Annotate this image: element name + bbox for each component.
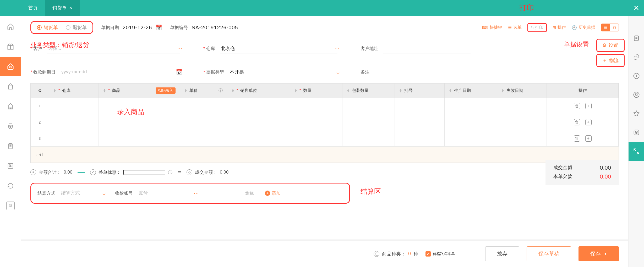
abandon-button[interactable]: 放弃: [485, 246, 519, 261]
nav-refresh-icon[interactable]: [0, 176, 21, 195]
th-exp[interactable]: ▲▼失效日期: [497, 84, 547, 98]
addr-input[interactable]: [383, 43, 471, 53]
tab-home[interactable]: 首页: [21, 0, 45, 16]
settle-amount-input[interactable]: [208, 188, 255, 198]
tool-star-icon[interactable]: [629, 104, 644, 123]
nav-clipboard-icon[interactable]: [0, 137, 21, 155]
invoice-input[interactable]: [229, 67, 340, 77]
tool-note-icon[interactable]: [629, 29, 644, 48]
th-mfg[interactable]: ▲▼生产日期: [445, 84, 497, 98]
add-settle-button[interactable]: +添加: [265, 190, 281, 196]
customer-input[interactable]: [47, 43, 180, 53]
settle-account-input[interactable]: [138, 188, 197, 198]
list-icon: ☰: [508, 25, 512, 30]
tool-currency-icon[interactable]: ¥: [629, 123, 644, 142]
annotation-doc-settings: 单据设置: [564, 40, 589, 49]
help-icon[interactable]: ⓘ: [168, 169, 172, 175]
action-shortcut[interactable]: ⌨快捷键: [482, 25, 502, 30]
nav-building-icon[interactable]: [0, 97, 21, 116]
logistics-button[interactable]: ＋物流: [596, 54, 625, 67]
nav-sales-icon[interactable]: [0, 57, 21, 76]
due-input[interactable]: [60, 67, 179, 77]
tool-link-icon[interactable]: [629, 48, 644, 66]
action-print[interactable]: ⎙打印: [527, 23, 547, 32]
table-row[interactable]: 1 录入商品 🗑+: [31, 98, 619, 114]
action-operate[interactable]: ⊞操作: [553, 25, 566, 30]
th-pack[interactable]: ▲▼包装数量: [342, 84, 395, 98]
help-icon[interactable]: ⓘ: [219, 88, 223, 93]
sort-icon: ▲▼: [53, 89, 56, 92]
th-gear[interactable]: ⚙: [31, 84, 49, 98]
items-table: ⚙ ▲▼*仓库 ▲▼*商品扫码录入 ▲▼单价ⓘ ▲▼*销售单位 ▲▼*数量 ▲▼…: [30, 83, 619, 163]
draft-button[interactable]: 保存草稿: [527, 246, 571, 261]
box-deal-value: 0.00: [600, 164, 611, 171]
view-detail-icon[interactable]: ☶: [610, 24, 619, 31]
footer-bar: ◯ 商品种类： 0 种 ✓价格跟踪本单 放弃 保存草稿 保存▼: [21, 240, 628, 267]
delete-icon[interactable]: 🗑: [574, 103, 580, 109]
save-button[interactable]: 保存▼: [578, 246, 619, 261]
more-icon[interactable]: ⋯: [177, 45, 182, 52]
nav-money-icon[interactable]: ¥: [0, 117, 21, 136]
check-icon: ✓: [90, 169, 96, 175]
add-icon[interactable]: +: [585, 103, 592, 109]
th-unit[interactable]: ▲▼*销售单位: [227, 84, 290, 98]
radio-dot-icon: [66, 25, 70, 30]
addr-label: 客户地址: [361, 46, 378, 52]
tool-avatar-icon[interactable]: [629, 85, 644, 104]
tab-close-icon[interactable]: ✕: [69, 6, 72, 10]
remark-label: 备注: [361, 69, 369, 75]
radio-return[interactable]: 退货单: [66, 24, 87, 31]
date-value[interactable]: 2019-12-26: [123, 25, 152, 31]
th-qty[interactable]: ▲▼*数量: [290, 84, 342, 98]
delete-icon[interactable]: 🗑: [574, 135, 580, 142]
nav-gift-icon[interactable]: [0, 37, 21, 56]
nav-shop-icon[interactable]: [0, 77, 21, 96]
tab-current[interactable]: 销货单 ✕: [45, 0, 80, 16]
window-close-button[interactable]: ✕: [628, 0, 644, 16]
gear-icon: ⚙: [38, 88, 42, 93]
th-price[interactable]: ▲▼单价ⓘ: [180, 84, 227, 98]
docno-value: SA-20191226-005: [192, 25, 238, 31]
track-checkbox[interactable]: ✓价格跟踪本单: [425, 251, 455, 257]
add-icon[interactable]: +: [585, 119, 592, 125]
printer-icon: ⎙: [531, 25, 533, 30]
calendar-icon[interactable]: 📅: [156, 24, 162, 31]
table-row[interactable]: 3 🗑+: [31, 130, 619, 146]
docno-label: 单据编号: [170, 25, 188, 31]
more-icon[interactable]: ⋯: [334, 45, 340, 52]
doc-header: 销货单 退货单 单据日期 2019-12-26 📅 单据编号 SA-201912…: [21, 16, 628, 34]
total-value: 0.00: [64, 170, 72, 175]
tool-expand-icon[interactable]: [629, 142, 644, 161]
plus-icon: +: [265, 191, 270, 196]
history-icon: 🕘: [572, 25, 577, 30]
action-history[interactable]: 🕘历史单据: [572, 25, 595, 30]
scan-button[interactable]: 扫码录入: [156, 87, 176, 94]
chevron-down-icon[interactable]: ⌵: [102, 190, 106, 196]
target-icon: ◎: [187, 169, 192, 175]
tool-wallet-icon[interactable]: [629, 66, 644, 85]
nav-home-icon[interactable]: [0, 17, 21, 36]
settle-method-input[interactable]: [60, 188, 106, 198]
add-icon[interactable]: +: [585, 135, 592, 142]
action-select[interactable]: ☰选单: [508, 25, 522, 30]
chevron-down-icon[interactable]: ⌵: [336, 69, 340, 75]
radio-sales[interactable]: 销货单: [37, 24, 58, 31]
nav-new-badge[interactable]: 新: [0, 196, 21, 215]
settings-button[interactable]: ⚙设置: [596, 39, 625, 52]
annotation-print: 打印: [519, 3, 534, 13]
nav-person-list-icon[interactable]: [0, 157, 21, 175]
discount-label: 整单优惠：: [99, 169, 121, 175]
th-product[interactable]: ▲▼*商品扫码录入: [99, 84, 180, 98]
delete-icon[interactable]: 🗑: [574, 119, 580, 125]
discount-input[interactable]: [123, 170, 165, 175]
calendar-icon[interactable]: 📅: [176, 69, 182, 75]
more-icon[interactable]: ⋯: [194, 190, 199, 196]
th-batch[interactable]: ▲▼批号: [395, 84, 445, 98]
th-warehouse[interactable]: ▲▼*仓库: [49, 84, 99, 98]
svg-point-5: [9, 165, 10, 166]
remark-input[interactable]: [374, 67, 471, 77]
warehouse-input[interactable]: [220, 43, 337, 53]
radio-return-label: 退货单: [73, 24, 87, 31]
deal-value: 0.00: [220, 170, 228, 175]
view-list-icon[interactable]: ☰: [601, 24, 610, 31]
